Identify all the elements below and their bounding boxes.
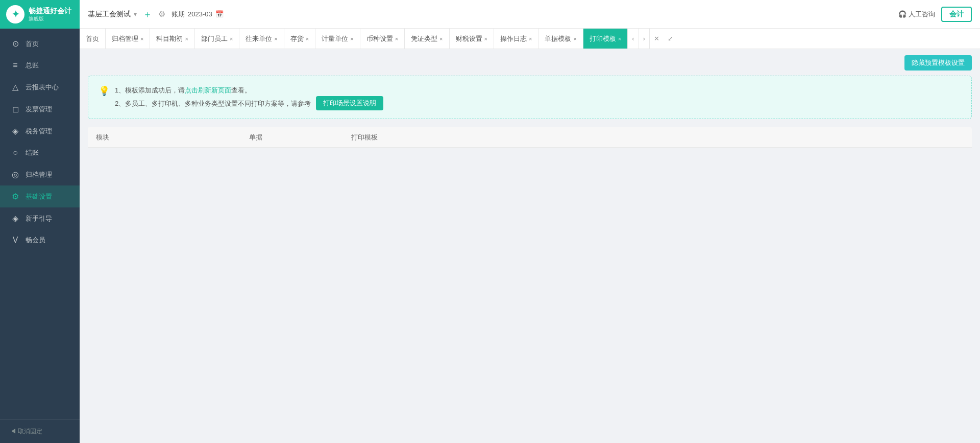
tab-operation-log[interactable]: 操作日志 × <box>494 29 538 49</box>
tab-single-template[interactable]: 单据模板 × <box>538 29 583 49</box>
tab-close-print-template[interactable]: × <box>618 36 621 42</box>
customer-service-button[interactable]: 🎧 人工咨询 <box>898 10 935 19</box>
topbar-right: 🎧 人工咨询 会计 <box>898 7 972 22</box>
tab-close-all[interactable]: ✕ <box>650 29 664 49</box>
calendar-icon[interactable]: 📅 <box>215 10 224 18</box>
customer-service-label: 人工咨询 <box>909 10 935 19</box>
hide-template-button[interactable]: 隐藏预置模板设置 <box>904 55 972 71</box>
tab-label-tax-settings: 财税设置 <box>456 34 482 43</box>
tab-close-partner[interactable]: × <box>274 36 277 42</box>
info-line1-after: 查看。 <box>231 86 251 94</box>
add-tab-button[interactable]: ＋ <box>143 8 152 20</box>
tab-label-voucher-type: 凭证类型 <box>411 34 437 43</box>
tab-label-currency: 币种设置 <box>366 34 393 43</box>
app-edition: 旗舰版 <box>29 15 71 22</box>
info-line1-before: 1、模板添加成功后，请 <box>115 86 185 94</box>
info-box: 💡 1、模板添加成功后，请点击刷新新页面查看。 2、多员工、多打印机、多种业务类… <box>88 76 972 119</box>
sidebar-unpin[interactable]: ◀ 取消固定 <box>0 419 80 443</box>
sidebar-item-home[interactable]: ⊙首页 <box>0 33 80 55</box>
col-template: 打印模板 <box>343 133 972 142</box>
tab-label-department: 部门员工 <box>201 34 228 43</box>
tab-close-archive[interactable]: × <box>140 36 143 42</box>
tab-label-inventory: 存货 <box>290 34 304 43</box>
sidebar-item-guide[interactable]: ◈新手引导 <box>0 207 80 229</box>
tab-print-template[interactable]: 打印模板 × <box>583 29 628 49</box>
period-label: 账期 <box>172 10 185 19</box>
bulb-icon: 💡 <box>99 85 110 97</box>
period-selector: 账期 2023-03 📅 <box>172 10 224 19</box>
ledger-icon: ≡ <box>10 61 20 70</box>
tabbar: 首页归档管理 ×科目期初 ×部门员工 ×往来单位 ×存货 ×计量单位 ×币种设置… <box>80 29 980 49</box>
sidebar-label-guide: 新手引导 <box>26 214 52 223</box>
tab-inventory[interactable]: 存货 × <box>284 29 315 49</box>
tab-nav-next[interactable]: › <box>639 29 650 49</box>
member-icon: V <box>10 236 20 245</box>
sidebar-label-ledger: 总账 <box>26 61 39 70</box>
invoice-icon: ◻ <box>10 104 20 114</box>
tab-close-operation-log[interactable]: × <box>529 36 532 42</box>
sidebar-label-cloud-report: 云报表中心 <box>26 83 59 92</box>
col-module: 模块 <box>88 133 241 142</box>
sidebar-logo: ✦ 畅捷通好会计 旗舰版 <box>0 0 80 29</box>
sidebar-item-archive[interactable]: ◎归档管理 <box>0 164 80 185</box>
col-document: 单据 <box>241 133 343 142</box>
sidebar-item-invoice[interactable]: ◻发票管理 <box>0 98 80 120</box>
basic-settings-icon: ⚙ <box>10 192 20 201</box>
tab-expand[interactable]: ⤢ <box>664 29 677 49</box>
tab-voucher-type[interactable]: 凭证类型 × <box>405 29 449 49</box>
tab-nav-prev[interactable]: ‹ <box>628 29 639 49</box>
sidebar-item-cloud-report[interactable]: △云报表中心 <box>0 76 80 98</box>
tab-close-department[interactable]: × <box>230 36 233 42</box>
sidebar-item-member[interactable]: V畅会员 <box>0 229 80 251</box>
tab-currency[interactable]: 币种设置 × <box>360 29 405 49</box>
tax-icon: ◈ <box>10 126 20 136</box>
tab-close-subject-init[interactable]: × <box>185 36 188 42</box>
sidebar-label-tax: 税务管理 <box>26 127 52 136</box>
period-value: 2023-03 <box>188 10 212 18</box>
archive-icon: ◎ <box>10 170 20 179</box>
kuaiji-button[interactable]: 会计 <box>941 7 972 22</box>
tab-tax-settings[interactable]: 财税设置 × <box>450 29 494 49</box>
tab-close-unit[interactable]: × <box>350 36 353 42</box>
tab-label-home: 首页 <box>86 34 99 43</box>
tab-close-voucher-type[interactable]: × <box>439 36 443 42</box>
cloud-report-icon: △ <box>10 82 20 92</box>
sidebar-label-archive: 归档管理 <box>26 170 52 179</box>
sidebar-item-ledger[interactable]: ≡总账 <box>0 55 80 76</box>
print-template-table: 模块 单据 打印模板 <box>88 127 972 148</box>
tab-subject-init[interactable]: 科目期初 × <box>150 29 194 49</box>
info-text: 1、模板添加成功后，请点击刷新新页面查看。 2、多员工、多打印机、多种业务类型设… <box>115 84 383 110</box>
tab-label-unit: 计量单位 <box>322 34 348 43</box>
tab-department[interactable]: 部门员工 × <box>195 29 239 49</box>
explain-button[interactable]: 打印场景设置说明 <box>316 96 383 110</box>
sidebar-label-home: 首页 <box>26 39 39 49</box>
tab-close-currency[interactable]: × <box>395 36 398 42</box>
company-arrow-icon: ▾ <box>134 11 137 18</box>
refresh-link[interactable]: 点击刷新新页面 <box>185 86 231 94</box>
logo-icon: ✦ <box>6 5 24 24</box>
tab-label-partner: 往来单位 <box>246 34 272 43</box>
info-line2-before: 2、多员工、多打印机、多种业务类型设置不同打印方案等，请参考 <box>115 98 311 109</box>
tab-archive[interactable]: 归档管理 × <box>106 29 150 49</box>
guide-icon: ◈ <box>10 214 20 223</box>
app-name: 畅捷通好会计 <box>29 6 71 15</box>
tab-close-single-template[interactable]: × <box>573 36 576 42</box>
tab-close-tax-settings[interactable]: × <box>484 36 487 42</box>
sidebar-item-tax[interactable]: ◈税务管理 <box>0 120 80 142</box>
settings-icon[interactable]: ⚙ <box>158 9 165 19</box>
close-account-icon: ○ <box>10 148 20 157</box>
sidebar-item-basic-settings[interactable]: ⚙基础设置 <box>0 185 80 207</box>
tab-label-print-template: 打印模板 <box>590 34 616 43</box>
topbar: 基层工会测试 ▾ ＋ ⚙ 账期 2023-03 📅 🎧 人工咨询 会计 <box>80 0 980 29</box>
tab-home[interactable]: 首页 <box>80 29 106 49</box>
tab-close-inventory[interactable]: × <box>306 36 309 42</box>
company-selector[interactable]: 基层工会测试 ▾ <box>88 10 137 19</box>
main-area: 基层工会测试 ▾ ＋ ⚙ 账期 2023-03 📅 🎧 人工咨询 会计 首页归档… <box>80 0 980 443</box>
tab-unit[interactable]: 计量单位 × <box>315 29 360 49</box>
home-icon: ⊙ <box>10 39 20 49</box>
sidebar-nav: ⊙首页≡总账△云报表中心◻发票管理◈税务管理○结账◎归档管理⚙基础设置◈新手引导… <box>0 29 80 419</box>
tab-partner[interactable]: 往来单位 × <box>239 29 284 49</box>
tab-label-archive: 归档管理 <box>112 34 138 43</box>
headset-icon: 🎧 <box>898 10 906 18</box>
sidebar-item-close-account[interactable]: ○结账 <box>0 142 80 164</box>
